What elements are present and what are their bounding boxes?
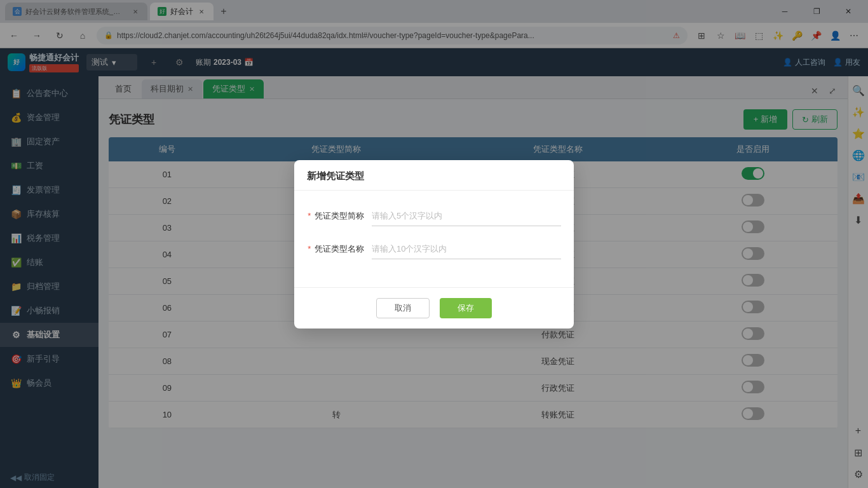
add-voucher-type-modal: 新增凭证类型 * 凭证类型简称 * 凭证类型名称 取消 保存 bbox=[294, 160, 574, 329]
abbr-required-mark: * bbox=[308, 211, 311, 220]
save-button[interactable]: 保存 bbox=[440, 298, 492, 318]
abbr-form-row: * 凭证类型简称 bbox=[307, 206, 561, 226]
name-input[interactable] bbox=[372, 239, 561, 259]
modal-overlay: 新增凭证类型 * 凭证类型简称 * 凭证类型名称 取消 保存 bbox=[0, 0, 868, 488]
abbr-label: * 凭证类型简称 bbox=[307, 210, 364, 222]
modal-title: 新增凭证类型 bbox=[307, 170, 364, 181]
name-label: * 凭证类型名称 bbox=[307, 243, 364, 255]
name-form-row: * 凭证类型名称 bbox=[307, 239, 561, 259]
abbr-input[interactable] bbox=[372, 206, 561, 226]
modal-header: 新增凭证类型 bbox=[294, 160, 574, 191]
modal-body: * 凭证类型简称 * 凭证类型名称 bbox=[294, 191, 574, 287]
name-required-mark: * bbox=[308, 244, 311, 254]
modal-footer: 取消 保存 bbox=[294, 287, 574, 329]
cancel-button[interactable]: 取消 bbox=[376, 298, 430, 318]
